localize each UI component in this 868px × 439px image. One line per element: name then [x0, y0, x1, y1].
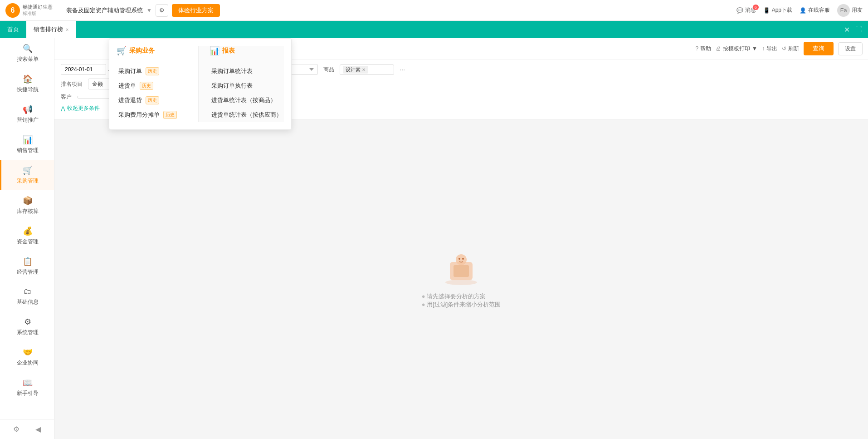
sidebar-label-operations: 经营管理	[17, 268, 39, 276]
report-item-label-1: 采购订单执行表	[211, 82, 253, 90]
sidebar-label-enterprise: 企业协同	[17, 359, 39, 367]
sidebar-label-sales: 销售管理	[17, 147, 39, 154]
svg-point-3	[456, 254, 467, 265]
empty-illustration	[441, 251, 482, 287]
purchase-item-2[interactable]: 进货退货历史	[117, 93, 180, 108]
report-item-3[interactable]: 进货单统计表（按供应商）	[210, 108, 284, 122]
logo-badge: 标准版	[23, 10, 53, 17]
query-button[interactable]: 查询	[804, 42, 834, 55]
purchase-dropdown-menu: 🛒 采购业务 采购订单历史进货单历史进货退货历史采购费用分摊单历史 📊 报表 采…	[109, 38, 292, 130]
sidebar-icon-marketing: 📢	[23, 104, 33, 114]
purchase-item-label-3: 采购费用分摊单	[118, 111, 160, 119]
empty-tip-2: 用[过滤]条件来缩小分析范围	[422, 301, 501, 309]
goods-label: 商品	[323, 66, 334, 74]
user-avatar: Ea	[837, 4, 850, 17]
goods-tag: 设计素 ✕	[343, 66, 368, 74]
sidebar-item-finance[interactable]: 💰资金管理	[0, 221, 54, 251]
tab-close-all-icon[interactable]: ✕	[844, 25, 850, 34]
message-icon: 💬	[736, 7, 743, 14]
sidebar-item-quick[interactable]: 🏠快捷导航	[0, 69, 54, 99]
purchase-item-1[interactable]: 进货单历史	[117, 79, 180, 93]
report-item-1[interactable]: 采购订单执行表	[210, 79, 284, 93]
sidebar-item-purchase[interactable]: 🛒采购管理	[0, 160, 54, 190]
sidebar-item-sales[interactable]: 📊销售管理	[0, 129, 54, 160]
goods-more-btn[interactable]: ···	[400, 66, 405, 73]
sidebar-item-basic[interactable]: 🗂基础信息	[0, 281, 54, 311]
sidebar-label-guide: 新手引导	[17, 390, 39, 397]
sidebar-icon-finance: 💰	[23, 226, 33, 236]
export-btn[interactable]: ↑ 导出	[762, 45, 777, 53]
sidebar-icon-system: ⚙	[24, 317, 31, 327]
sidebar-item-marketing[interactable]: 📢营销推广	[0, 99, 54, 129]
goods-tag-input[interactable]: 设计素 ✕	[340, 64, 394, 75]
sidebar-label-system: 系统管理	[17, 329, 39, 336]
purchase-item-label-0: 采购订单	[118, 67, 142, 75]
sidebar-icon-purchase: 🛒	[23, 165, 33, 175]
sidebar-icon-guide: 📖	[23, 378, 33, 388]
tab-close-btn[interactable]: ×	[66, 27, 68, 32]
sidebar-label-marketing: 营销推广	[17, 116, 39, 124]
purchase-item-label-2: 进货退货	[118, 96, 142, 104]
sidebar-icon-inventory: 📦	[23, 196, 33, 206]
sidebar-item-search[interactable]: 🔍搜索菜单	[0, 38, 54, 69]
user-btn[interactable]: Ea 用友	[837, 4, 863, 17]
settings-button[interactable]: 设置	[838, 42, 863, 55]
logo-text: 畅捷通好生意	[23, 4, 53, 10]
sidebar-label-inventory: 库存核算	[17, 207, 39, 215]
purchase-items: 采购订单历史进货单历史进货退货历史采购费用分摊单历史	[117, 64, 180, 122]
sidebar-icon-basic: 🗂	[24, 287, 32, 296]
print-icon: 🖨	[716, 45, 721, 52]
purchase-item-3[interactable]: 采购费用分摊单历史	[117, 108, 180, 122]
print-dropdown-arrow[interactable]: ▼	[752, 45, 757, 52]
customer-label: 客户	[61, 93, 72, 101]
export-icon: ↑	[762, 45, 765, 52]
report-item-0[interactable]: 采购订单统计表	[210, 64, 284, 79]
report-section-title: 📊 报表	[210, 46, 284, 59]
svg-point-5	[462, 258, 464, 260]
sidebar-icon-search: 🔍	[23, 44, 33, 54]
tab-home[interactable]: 首页	[0, 21, 26, 38]
sidebar-label-finance: 资金管理	[17, 238, 39, 246]
help-btn[interactable]: ? 帮助	[695, 45, 711, 53]
app-download-btn[interactable]: 📱 App下载	[763, 6, 792, 14]
sidebar-bottom: ⚙ ◀	[0, 419, 54, 439]
message-btn[interactable]: 💬 消息 6	[736, 6, 756, 14]
purchase-section: 🛒 采购业务 采购订单历史进货单历史进货退货历史采购费用分摊单历史	[117, 46, 180, 122]
message-badge: 6	[753, 5, 759, 10]
sidebar-item-guide[interactable]: 📖新手引导	[0, 372, 54, 403]
nav-tabs: 首页 销售排行榜 × ✕ ⛶	[0, 21, 868, 38]
service-icon: 👤	[800, 7, 806, 14]
sidebar-item-enterprise[interactable]: 🤝企业协同	[0, 342, 54, 372]
refresh-btn[interactable]: ↺ 刷新	[782, 45, 799, 53]
print-btn[interactable]: 🖨 按模板打印 ▼	[716, 45, 757, 53]
svg-point-4	[458, 258, 460, 260]
tab-expand-icon[interactable]: ⛶	[855, 25, 863, 34]
sidebar-item-inventory[interactable]: 📦库存核算	[0, 190, 54, 221]
sidebar-label-basic: 基础信息	[17, 298, 39, 306]
sidebar-item-operations[interactable]: 📋经营管理	[0, 251, 54, 281]
report-item-2[interactable]: 进货单统计表（按商品）	[210, 93, 284, 108]
industry-button[interactable]: 体验行业方案	[172, 4, 220, 17]
purchase-item-0[interactable]: 采购订单历史	[117, 64, 180, 79]
tab-sales-rank[interactable]: 销售排行榜 ×	[26, 21, 76, 38]
sidebar-collapse-btn[interactable]: ◀	[35, 425, 41, 434]
sidebar-label-purchase: 采购管理	[17, 177, 39, 185]
sidebar-label-quick: 快捷导航	[17, 86, 39, 94]
report-item-label-0: 采购订单统计表	[211, 67, 253, 75]
main-content: ? 帮助 🖨 按模板打印 ▼ ↑ 导出 ↺ 刷新 查询 设置	[54, 38, 868, 439]
svg-point-0	[445, 280, 477, 285]
empty-tip-list: 请先选择要分析的方案 用[过滤]条件来缩小分析范围	[422, 292, 501, 309]
sidebar-settings-btn[interactable]: ⚙	[13, 425, 20, 434]
date-start-input[interactable]	[61, 64, 106, 75]
sidebar-label-search: 搜索菜单	[17, 55, 39, 63]
hist-badge-0: 历史	[146, 67, 159, 75]
goods-tag-close[interactable]: ✕	[362, 67, 366, 72]
system-dropdown-arrow[interactable]: ▼	[146, 7, 152, 14]
report-item-label-2: 进货单统计表（按商品）	[211, 96, 276, 104]
settings-icon-btn[interactable]: ⚙	[156, 4, 168, 17]
purchase-item-label-1: 进货单	[118, 82, 136, 90]
report-item-label-3: 进货单统计表（按供应商）	[211, 111, 282, 119]
sidebar-item-system[interactable]: ⚙系统管理	[0, 311, 54, 342]
online-service-btn[interactable]: 👤 在线客服	[800, 6, 830, 14]
hist-badge-1: 历史	[140, 82, 153, 90]
